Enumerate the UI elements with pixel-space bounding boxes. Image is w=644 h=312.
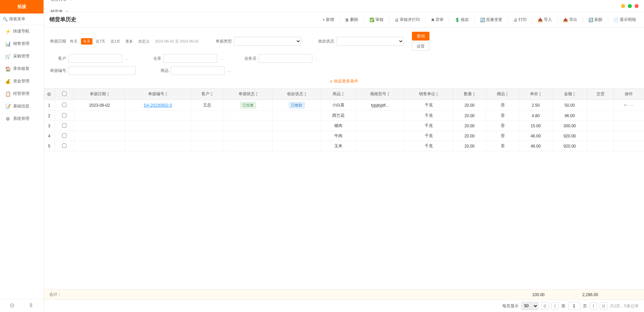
maximize-button[interactable] bbox=[628, 4, 632, 8]
page-number-input[interactable] bbox=[568, 302, 580, 310]
sidebar-item-purchase[interactable]: 🛒采购管理 bbox=[0, 50, 44, 62]
sort-doc_date[interactable]: 单据日期▲▼ bbox=[90, 91, 109, 97]
batch-change-button[interactable]: 🔄批量变更 bbox=[477, 16, 505, 24]
prev-page-button[interactable]: ⟨ bbox=[551, 302, 559, 310]
spec-cell: tyjyjtyjdf... bbox=[356, 100, 404, 111]
warehouse-input[interactable] bbox=[163, 54, 217, 63]
sidebar-collapse-icon[interactable]: ⏸ bbox=[28, 302, 34, 309]
page-size-select[interactable]: 50 100 bbox=[521, 302, 538, 310]
sidebar-item-inventory[interactable]: 🏠库存核算 bbox=[0, 62, 44, 75]
col-header-customer[interactable]: 客户▲▼ bbox=[191, 88, 224, 100]
refresh-button[interactable]: 🔃刷新 bbox=[586, 16, 605, 24]
col-header-payment_status[interactable]: 收款状态▲▼ bbox=[273, 88, 321, 100]
col-header-gift[interactable]: 赠品▲▼ bbox=[486, 88, 519, 100]
minimize-button[interactable] bbox=[621, 4, 625, 8]
goods-dots[interactable]: ... bbox=[227, 68, 231, 73]
import-button[interactable]: 📥导入 bbox=[535, 16, 555, 24]
col-header-transaction: 交货 bbox=[587, 88, 614, 100]
sort-payment_status[interactable]: 收款状态▲▼ bbox=[287, 91, 307, 97]
spec-cell bbox=[356, 131, 404, 141]
row-checkbox[interactable] bbox=[62, 113, 66, 118]
col-header-unit[interactable]: 销售单位▲▼ bbox=[404, 88, 453, 100]
table-settings-icon[interactable]: ⚙ bbox=[47, 92, 51, 97]
customer-dots[interactable]: ... bbox=[125, 56, 128, 61]
close-button[interactable] bbox=[635, 4, 639, 8]
col-header-doc_no[interactable]: 单据编号▲▼ bbox=[125, 88, 191, 100]
next-page-button[interactable]: ⟩ bbox=[590, 302, 597, 310]
sidebar-item-finance[interactable]: 💰资金管理 bbox=[0, 75, 44, 87]
first-page-button[interactable]: ⟨⟨ bbox=[541, 302, 549, 310]
last-page-button[interactable]: ⟩⟩ bbox=[600, 302, 607, 310]
date-quick-昨天[interactable]: 昨天 bbox=[68, 38, 80, 45]
row-checkbox[interactable] bbox=[62, 144, 66, 148]
spec-cell bbox=[356, 141, 404, 151]
sidebar-item-shortcut[interactable]: ⚡快捷导航 bbox=[0, 25, 44, 37]
sort-unit_price[interactable]: 单价▲▼ bbox=[530, 91, 541, 97]
sort-doc_status[interactable]: 单据状态▲▼ bbox=[239, 91, 258, 97]
row-checkbox[interactable] bbox=[62, 133, 66, 138]
goods-input[interactable] bbox=[171, 66, 225, 75]
payment-status-select[interactable] bbox=[336, 37, 404, 46]
col-header-amount[interactable]: 金额▲▼ bbox=[552, 88, 587, 100]
sidebar-item-info[interactable]: 📝基础信息 bbox=[0, 100, 44, 112]
col-header-spec[interactable]: 规格型号▲▼ bbox=[356, 88, 404, 100]
sort-spec[interactable]: 规格型号▲▼ bbox=[370, 91, 390, 97]
sort-qty[interactable]: 数量▲▼ bbox=[464, 91, 475, 97]
sort-unit[interactable]: 销售单位▲▼ bbox=[419, 91, 439, 97]
toolbar-divider bbox=[557, 17, 558, 23]
staff-input[interactable] bbox=[258, 54, 312, 63]
payment-status-cell bbox=[273, 121, 321, 131]
action-cell: ✏⋯ bbox=[614, 100, 644, 111]
sidebar-item-system[interactable]: ⚙系统管理 bbox=[0, 112, 44, 125]
customer-input[interactable] bbox=[68, 54, 122, 63]
sort-goods[interactable]: 商品▲▼ bbox=[333, 91, 344, 97]
row-checkbox[interactable] bbox=[62, 123, 66, 128]
collapse-button[interactable]: ∧ 收起更多条件 bbox=[49, 78, 639, 84]
sidebar-item-operations[interactable]: 📋经营管理 bbox=[0, 87, 44, 100]
show-detail-button[interactable]: 📄显示明细 bbox=[611, 16, 639, 24]
new-button[interactable]: +新增 bbox=[320, 16, 337, 24]
sort-customer[interactable]: 客户▲▼ bbox=[201, 91, 213, 97]
col-header-doc_status[interactable]: 单据状态▲▼ bbox=[224, 88, 272, 100]
date-quick-今天[interactable]: 今天 bbox=[81, 38, 92, 45]
date-quick-更多[interactable]: 更多 bbox=[123, 38, 135, 45]
sort-amount[interactable]: 金额▲▼ bbox=[564, 91, 576, 97]
warehouse-dots[interactable]: ... bbox=[220, 56, 223, 61]
audit-button[interactable]: ✅审核 bbox=[367, 16, 386, 24]
tab-sales-order[interactable]: 销售订单✕ bbox=[47, 0, 80, 6]
qty-cell: 20.00 bbox=[453, 131, 486, 141]
sidebar-item-sales[interactable]: 📊销售管理 bbox=[0, 37, 44, 50]
query-button[interactable]: 查询 bbox=[412, 32, 429, 41]
nav-label-operations: 经营管理 bbox=[13, 91, 29, 97]
export-button[interactable]: 📤导出 bbox=[560, 16, 580, 24]
sidebar-settings-icon[interactable]: ⚙ bbox=[9, 302, 15, 309]
col-header-qty[interactable]: 数量▲▼ bbox=[453, 88, 486, 100]
search-menu[interactable]: 🔍 搜索菜单 bbox=[0, 14, 44, 25]
col-header-unit_price[interactable]: 单价▲▼ bbox=[519, 88, 552, 100]
col-header-doc_date[interactable]: 单据日期▲▼ bbox=[74, 88, 125, 100]
docno-input[interactable] bbox=[68, 66, 136, 75]
select-all-checkbox[interactable] bbox=[62, 92, 66, 96]
transaction-cell bbox=[587, 111, 614, 121]
doc-no-link[interactable]: SA-20230602-0 bbox=[144, 103, 172, 108]
date-quick-近7天[interactable]: 近7天 bbox=[94, 38, 107, 45]
date-quick-自定义[interactable]: 自定义 bbox=[136, 38, 151, 45]
unit-cell: 千克 bbox=[404, 100, 453, 111]
delete-button[interactable]: 🗑删除 bbox=[342, 16, 361, 24]
settings-button[interactable]: 设置 bbox=[412, 42, 429, 51]
sort-doc_no[interactable]: 单据编号▲▼ bbox=[148, 91, 168, 97]
collect-button[interactable]: 💲收款 bbox=[452, 16, 472, 24]
batch-change-icon: 🔄 bbox=[480, 18, 485, 22]
abandon-button[interactable]: ✖弃审 bbox=[428, 16, 446, 24]
doc-type-select[interactable] bbox=[234, 37, 301, 46]
sort-gift[interactable]: 赠品▲▼ bbox=[497, 91, 508, 97]
edit-icon[interactable]: ✏ bbox=[624, 103, 627, 108]
row-checkbox[interactable] bbox=[62, 103, 66, 107]
audit-print-button[interactable]: 🖨审核并打印 bbox=[392, 16, 423, 24]
date-quick-近1月[interactable]: 近1月 bbox=[109, 38, 122, 45]
staff-dots[interactable]: ... bbox=[315, 56, 318, 61]
tab-close-sales-order[interactable]: ✕ bbox=[69, 0, 72, 1]
print-button[interactable]: 🖨打印 bbox=[511, 16, 529, 24]
col-header-goods[interactable]: 商品▲▼ bbox=[321, 88, 356, 100]
more-icon[interactable]: ⋯ bbox=[629, 103, 634, 108]
